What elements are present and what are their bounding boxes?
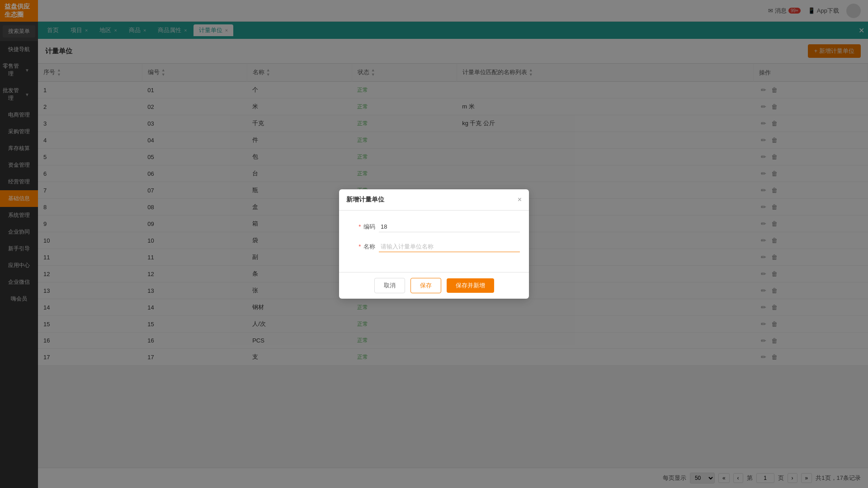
modal-close-btn[interactable]: ×: [518, 196, 522, 204]
modal-header: 新增计量单位 ×: [339, 189, 529, 211]
cancel-button[interactable]: 取消: [374, 278, 405, 293]
name-form-row: * 名称: [348, 241, 520, 252]
add-unit-modal: 新增计量单位 × * 编码 * 名称 取消 保存 保存并新增: [339, 189, 529, 299]
modal-overlay: 新增计量单位 × * 编码 * 名称 取消 保存 保存并新增: [0, 0, 868, 488]
name-label: * 名称: [348, 243, 375, 251]
code-form-row: * 编码: [348, 221, 520, 232]
modal-title: 新增计量单位: [346, 196, 384, 204]
save-button[interactable]: 保存: [410, 278, 441, 293]
code-input[interactable]: [379, 221, 520, 232]
modal-body: * 编码 * 名称: [339, 211, 529, 272]
required-icon: *: [359, 223, 361, 230]
required-icon: *: [359, 243, 361, 250]
name-input[interactable]: [379, 241, 520, 252]
code-label: * 编码: [348, 223, 375, 231]
save-and-new-button[interactable]: 保存并新增: [447, 278, 494, 293]
modal-footer: 取消 保存 保存并新增: [339, 272, 529, 299]
